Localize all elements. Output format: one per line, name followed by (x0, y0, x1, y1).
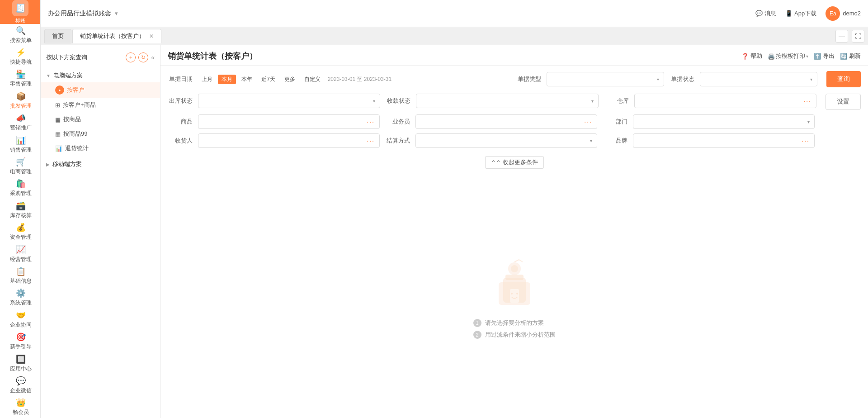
user-profile-btn[interactable]: Ea demo2 (826, 6, 861, 21)
collapse-more-btn[interactable]: ⌃⌃ 收起更多条件 (485, 156, 544, 169)
tree-group-desktop: ▼ 电脑端方案 ● 按客户 ⊞ 按客户+商品 (41, 68, 160, 157)
print-dropdown-arrow: ▾ (806, 54, 808, 59)
receiver-select[interactable]: ··· (198, 133, 380, 148)
sidebar-item-app-center-label: 应用中心 (10, 365, 32, 373)
sidebar-item-wholesale-label: 批发管理 (10, 102, 32, 110)
purchase-icon: 🛍️ (16, 179, 26, 189)
salesperson-dots: ··· (584, 118, 592, 125)
header-right: 💬 消息 📱 App下载 Ea demo2 (755, 6, 861, 21)
settlement-select[interactable]: ▾ (415, 133, 597, 148)
sidebar-item-retail[interactable]: 🏪 零售管理 (0, 68, 40, 90)
tree-group-mobile-header[interactable]: ▶ 移动端方案 (41, 157, 160, 171)
add-icon: + (129, 54, 132, 61)
sidebar-item-quick-nav[interactable]: ⚡ 快捷导航 (0, 46, 40, 67)
settings-btn[interactable]: 设置 (826, 94, 861, 110)
sidebar-item-quick-nav-label: 快捷导航 (10, 58, 32, 66)
tree-item-customer-product-label: 按客户+商品 (63, 101, 96, 109)
refresh-btn[interactable]: 🔄 刷新 (840, 52, 861, 60)
tab-sales-report[interactable]: 销货单统计表（按客户） ✕ (72, 29, 161, 43)
print-label: 按模板打印 (776, 52, 805, 60)
add-scheme-btn[interactable]: + (126, 52, 136, 62)
sidebar-item-wechat[interactable]: 💬 企业微信 (0, 374, 40, 396)
sidebar-item-app-center[interactable]: 🔲 应用中心 (0, 352, 40, 374)
tree-item-return-stats-label: 退货统计 (65, 144, 89, 152)
department-label: 部门 (603, 118, 627, 126)
sidebar-item-marketing[interactable]: 📣 营销推广 (0, 112, 40, 133)
user-name: demo2 (843, 10, 861, 17)
product-label: 商品 (168, 118, 193, 126)
app-download-btn[interactable]: 📱 App下载 (785, 10, 816, 18)
header-left: 办公用品行业模拟账套 ▾ (48, 10, 118, 18)
logo[interactable]: 🧾 标账 (0, 0, 40, 24)
sidebar-item-purchase[interactable]: 🛍️ 采购管理 (0, 177, 40, 199)
message-label: 消息 (764, 10, 776, 18)
sidebar-item-guide[interactable]: 🎯 新手引导 (0, 330, 40, 352)
order-type-select[interactable]: ▾ (547, 72, 664, 86)
order-type-label: 单据类型 (516, 75, 541, 83)
date-btn-more[interactable]: 更多 (281, 75, 299, 84)
date-btn-last-7days[interactable]: 近7天 (258, 75, 279, 84)
sidebar-item-basic-info[interactable]: 📋 基础信息 (0, 265, 40, 286)
tab-home[interactable]: 首页 (44, 29, 71, 43)
date-btn-last-month[interactable]: 上月 (198, 75, 216, 84)
svg-rect-7 (510, 289, 519, 303)
wholesale-icon: 📦 (16, 91, 26, 101)
svg-rect-2 (505, 275, 524, 280)
export-btn[interactable]: ⬆️ 导出 (814, 52, 835, 60)
product-select[interactable]: ··· (198, 114, 380, 129)
sidebar-item-sales[interactable]: 📊 销售管理 (0, 133, 40, 155)
member-icon: 👑 (16, 398, 26, 408)
sidebar-item-operations-label: 经营管理 (10, 256, 32, 263)
message-btn[interactable]: 💬 消息 (755, 10, 776, 18)
sidebar-item-ecommerce[interactable]: 🛒 电商管理 (0, 155, 40, 177)
print-btn[interactable]: 🖨️ 按模板打印 ▾ (768, 52, 808, 60)
sidebar-item-search[interactable]: 🔍 搜索菜单 (0, 24, 40, 46)
collapse-panel-btn[interactable]: « (151, 54, 155, 61)
tree-item-by-product[interactable]: ▦ 按商品 (41, 112, 160, 127)
salesperson-select[interactable]: ··· (415, 114, 597, 129)
tip-num-1: 1 (473, 319, 481, 327)
sidebar-item-finance[interactable]: 💰 资金管理 (0, 221, 40, 243)
inventory-icon: 🗃️ (16, 201, 26, 211)
sidebar-item-basic-info-label: 基础信息 (10, 277, 32, 285)
top-header: 办公用品行业模拟账套 ▾ 💬 消息 📱 App下载 Ea demo2 (41, 0, 868, 27)
sidebar-item-wholesale[interactable]: 📦 批发管理 (0, 90, 40, 111)
filter-row-3: 商品 ··· 业务员 ··· 部门 ▾ (168, 114, 861, 129)
refresh-scheme-btn[interactable]: ↻ (138, 52, 148, 62)
out-status-label: 出库状态 (168, 97, 193, 105)
tree-item-by-product99[interactable]: ▦ 按商品99 (41, 127, 160, 141)
out-status-select[interactable]: ▾ (198, 94, 380, 108)
tree-item-return-stats[interactable]: 📊 退货统计 (41, 141, 160, 156)
sidebar-item-inventory[interactable]: 🗃️ 库存核算 (0, 199, 40, 221)
order-status-select[interactable]: ▾ (700, 72, 817, 86)
date-btn-custom[interactable]: 自定义 (301, 75, 324, 84)
tab-close-icon[interactable]: ✕ (149, 33, 154, 39)
warehouse-select[interactable]: ··· (634, 94, 816, 108)
sidebar-item-system[interactable]: ⚙️ 系统管理 (0, 287, 40, 309)
finance-icon: 💰 (16, 223, 26, 233)
quick-nav-icon: ⚡ (16, 48, 26, 57)
payment-status-select[interactable]: ▾ (416, 94, 598, 108)
tree-group-desktop-header[interactable]: ▼ 电脑端方案 (41, 69, 160, 82)
help-btn[interactable]: ❓ 帮助 (741, 52, 762, 60)
tab-expand-btn[interactable]: ⛶ (852, 30, 864, 43)
query-btn[interactable]: 查询 (826, 71, 861, 87)
sidebar-item-member[interactable]: 👑 畅会员 (0, 396, 40, 418)
date-btn-this-month[interactable]: 本月 (218, 75, 236, 84)
sidebar-item-enterprise[interactable]: 🤝 企业协同 (0, 309, 40, 330)
tree-item-customer-product[interactable]: ⊞ 按客户+商品 (41, 98, 160, 112)
sidebar-item-operations[interactable]: 📈 经营管理 (0, 243, 40, 265)
btn-col: 查询 (823, 71, 861, 87)
sidebar-item-search-label: 搜索菜单 (10, 37, 32, 44)
tree-item-by-product99-label: 按商品99 (63, 130, 87, 138)
svg-point-9 (516, 293, 518, 294)
header-dropdown-arrow[interactable]: ▾ (115, 10, 118, 17)
table-icon-1: ▦ (55, 116, 61, 123)
brand-select[interactable]: ··· (633, 133, 815, 148)
tree-item-by-customer[interactable]: ● 按客户 (41, 82, 160, 98)
date-btn-this-year[interactable]: 本年 (238, 75, 256, 84)
department-select[interactable]: ▾ (633, 114, 815, 129)
tab-minimize-btn[interactable]: — (835, 30, 848, 43)
marketing-icon: 📣 (16, 113, 26, 123)
tip-num-2: 2 (473, 331, 481, 339)
